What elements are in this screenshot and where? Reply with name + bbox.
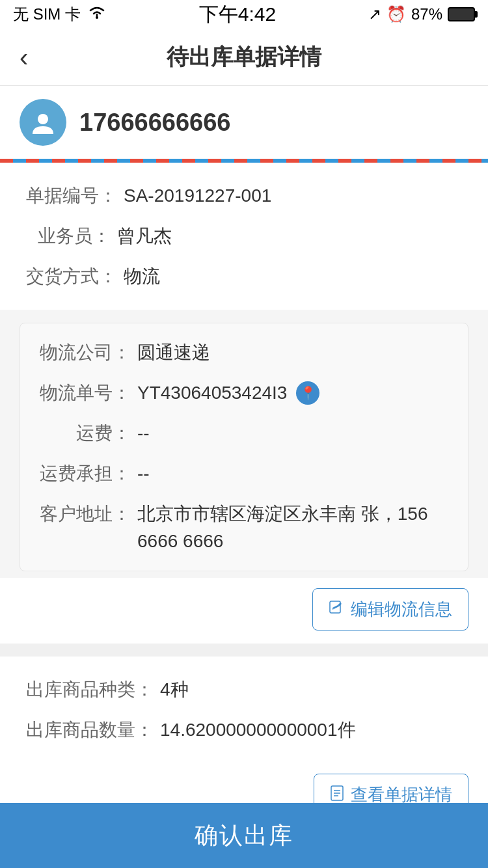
page-title: 待出库单据详情 xyxy=(167,42,321,72)
edit-logistics-button[interactable]: 编辑物流信息 xyxy=(312,588,468,631)
goods-section: 出库商品种类： 4种 出库商品数量： 14.620000000000001件 xyxy=(0,657,488,763)
status-right: ↗ ⏰ 87% xyxy=(368,5,475,23)
logistics-card: 物流公司： 圆通速递 物流单号： YT43064053424I3 📍 运费： -… xyxy=(20,323,468,571)
delivery-value: 物流 xyxy=(124,263,462,290)
freight-bear-row: 运费承担： -- xyxy=(40,460,448,487)
battery-icon xyxy=(448,7,475,21)
edit-action-row: 编辑物流信息 xyxy=(0,578,488,644)
confirm-button[interactable]: 确认出库 xyxy=(0,803,488,868)
goods-types-row: 出库商品种类： 4种 xyxy=(26,676,462,703)
status-bar: 无 SIM 卡 下午4:42 ↗ ⏰ 87% xyxy=(0,0,488,29)
logistics-tracking-row: 物流单号： YT43064053424I3 📍 xyxy=(40,379,448,407)
logistics-company-value: 圆通速递 xyxy=(137,339,448,366)
order-number-value: SA-20191227-001 xyxy=(124,182,462,210)
agent-row: 业务员： 曾凡杰 xyxy=(26,223,462,250)
svg-point-0 xyxy=(96,16,98,19)
address-value: 北京市市辖区海淀区永丰南 张，156 6666 6666 xyxy=(137,500,448,555)
logistics-company-label: 物流公司： xyxy=(40,339,131,366)
section-divider xyxy=(0,644,488,657)
address-row: 客户地址： 北京市市辖区海淀区永丰南 张，156 6666 6666 xyxy=(40,500,448,555)
customer-header: 17666666666 xyxy=(0,86,488,159)
status-time: 下午4:42 xyxy=(199,1,276,28)
wifi-icon xyxy=(87,5,107,23)
edit-icon xyxy=(329,600,344,619)
goods-quantity-label: 出库商品数量： xyxy=(26,716,154,744)
logistics-company-row: 物流公司： 圆通速递 xyxy=(40,339,448,366)
delivery-label: 交货方式： xyxy=(26,263,117,290)
carrier-text: 无 SIM 卡 xyxy=(13,4,81,25)
status-left: 无 SIM 卡 xyxy=(13,4,107,25)
order-info-section: 单据编号： SA-20191227-001 业务员： 曾凡杰 交货方式： 物流 xyxy=(0,163,488,310)
nav-bar: ‹ 待出库单据详情 xyxy=(0,29,488,86)
freight-value: -- xyxy=(137,420,448,447)
location-status-icon: ↗ xyxy=(368,5,381,23)
confirm-btn-wrap: 确认出库 xyxy=(0,803,488,868)
agent-value: 曾凡杰 xyxy=(117,223,462,250)
avatar xyxy=(20,99,66,146)
order-number-label: 单据编号： xyxy=(26,182,117,210)
goods-quantity-row: 出库商品数量： 14.620000000000001件 xyxy=(26,716,462,744)
address-label: 客户地址： xyxy=(40,500,131,528)
svg-point-1 xyxy=(38,114,48,124)
agent-label: 业务员： xyxy=(26,223,111,250)
tracking-location-icon[interactable]: 📍 xyxy=(296,381,319,405)
battery-percent: 87% xyxy=(411,5,442,23)
document-icon xyxy=(330,785,344,805)
freight-row: 运费： -- xyxy=(40,420,448,447)
logistics-tracking-value: YT43064053424I3 📍 xyxy=(137,379,448,407)
edit-logistics-label: 编辑物流信息 xyxy=(351,598,452,621)
freight-bear-label: 运费承担： xyxy=(40,460,131,487)
goods-types-label: 出库商品种类： xyxy=(26,676,154,703)
goods-quantity-value: 14.620000000000001件 xyxy=(160,716,356,744)
logistics-tracking-label: 物流单号： xyxy=(40,379,131,407)
customer-phone: 17666666666 xyxy=(79,109,230,137)
back-button[interactable]: ‹ xyxy=(20,44,28,70)
goods-types-value: 4种 xyxy=(160,676,189,703)
freight-label: 运费： xyxy=(40,420,131,447)
order-number-row: 单据编号： SA-20191227-001 xyxy=(26,182,462,210)
freight-bear-value: -- xyxy=(137,460,448,487)
delivery-row: 交货方式： 物流 xyxy=(26,263,462,290)
alarm-icon: ⏰ xyxy=(386,5,406,23)
